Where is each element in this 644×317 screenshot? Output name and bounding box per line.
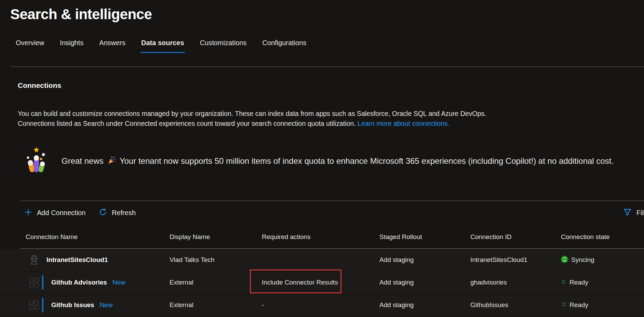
tab-customizations[interactable]: Customizations bbox=[199, 38, 247, 53]
syncing-badge-icon bbox=[561, 256, 568, 264]
new-badge: New bbox=[112, 279, 125, 286]
new-indicator-bar bbox=[42, 275, 43, 290]
connector-icon bbox=[29, 277, 40, 288]
page-title: Search & intelligence bbox=[10, 6, 152, 23]
connection-name-cell: Github Issues New bbox=[26, 294, 170, 316]
new-badge: New bbox=[100, 301, 113, 309]
filter-button[interactable]: Filter bbox=[623, 205, 644, 220]
connector-icon bbox=[29, 300, 40, 311]
column-connection-state[interactable]: Connection state bbox=[561, 233, 644, 241]
plus-icon bbox=[24, 208, 32, 218]
search-intelligence-page: { "page": { "title": "Search & intellige… bbox=[0, 0, 644, 317]
tab-data-sources[interactable]: Data sources bbox=[140, 38, 185, 53]
display-name: External bbox=[170, 301, 262, 309]
connection-id: GithubIssues bbox=[470, 301, 561, 309]
required-actions-cell bbox=[262, 249, 379, 271]
add-connection-label: Add Connection bbox=[37, 209, 85, 217]
connection-id: ghadvisories bbox=[470, 279, 561, 286]
include-connector-results-link[interactable]: Include Connector Results bbox=[262, 279, 338, 286]
connection-name: Github Advisories bbox=[51, 279, 107, 286]
tab-insights[interactable]: Insights bbox=[59, 38, 84, 53]
required-action: - bbox=[262, 301, 264, 309]
connection-name: Github Issues bbox=[51, 301, 94, 309]
new-indicator-bar bbox=[42, 298, 43, 312]
add-connection-button[interactable]: Add Connection bbox=[24, 205, 85, 220]
party-popper-icon bbox=[107, 156, 116, 167]
banner-text-prefix: Great news bbox=[62, 156, 104, 166]
column-staged-rollout[interactable]: Staged Rollout bbox=[379, 233, 470, 241]
table-header: Connection Name Display Name Required ac… bbox=[0, 226, 644, 248]
connection-state: Ready bbox=[569, 301, 588, 309]
toolbar-divider bbox=[20, 200, 644, 201]
tab-configurations[interactable]: Configurations bbox=[261, 38, 307, 53]
connection-id: IntranetSitesCloud1 bbox=[470, 256, 561, 264]
learn-more-link[interactable]: Learn more about connections. bbox=[358, 120, 450, 127]
ready-sync-icon bbox=[561, 279, 566, 286]
connections-table: IntranetSitesCloud1 Vlad Talks Tech Add … bbox=[0, 249, 644, 317]
description-line1: You can build and customize connections … bbox=[18, 110, 486, 117]
pivot-tabs: Overview Insights Answers Data sources C… bbox=[15, 38, 307, 53]
connection-name-cell: IntranetSitesCloud1 bbox=[26, 249, 170, 271]
connection-state-cell: Ready bbox=[561, 279, 644, 286]
row-intranetsitescloud1[interactable]: IntranetSitesCloud1 Vlad Talks Tech Add … bbox=[0, 249, 644, 271]
required-actions-cell: - bbox=[262, 294, 379, 316]
refresh-label: Refresh bbox=[112, 209, 136, 217]
add-staging-link[interactable]: Add staging bbox=[379, 256, 470, 264]
column-display-name[interactable]: Display Name bbox=[170, 233, 262, 241]
celebration-icon bbox=[26, 146, 47, 176]
add-staging-link[interactable]: Add staging bbox=[379, 301, 470, 309]
tab-answers[interactable]: Answers bbox=[98, 38, 126, 53]
tab-overview[interactable]: Overview bbox=[15, 38, 45, 53]
connection-state-cell: Ready bbox=[561, 301, 644, 309]
column-required-actions[interactable]: Required actions bbox=[262, 233, 379, 241]
quota-news-banner: Great news Your tenant now supports 50 m… bbox=[26, 146, 614, 176]
column-connection-id[interactable]: Connection ID bbox=[470, 233, 561, 241]
column-connection-name[interactable]: Connection Name bbox=[26, 233, 170, 241]
display-name: External bbox=[170, 279, 262, 286]
connection-name: IntranetSitesCloud1 bbox=[46, 256, 108, 264]
display-name: Vlad Talks Tech bbox=[170, 256, 262, 264]
connection-name-cell: Github Advisories New bbox=[26, 272, 170, 293]
refresh-button[interactable]: Refresh bbox=[98, 205, 136, 220]
command-bar: Add Connection Refresh Filter bbox=[0, 205, 644, 220]
connection-state: Ready bbox=[569, 279, 588, 286]
banner-text: Great news Your tenant now supports 50 m… bbox=[62, 156, 614, 167]
ready-sync-icon bbox=[561, 302, 566, 308]
filter-icon bbox=[623, 208, 632, 218]
refresh-icon bbox=[98, 208, 107, 218]
globe-icon bbox=[29, 254, 40, 266]
connections-heading: Connections bbox=[18, 81, 61, 90]
description-line2: Connections listed as Search under Conne… bbox=[18, 120, 356, 127]
tabs-divider bbox=[10, 66, 644, 67]
add-staging-link[interactable]: Add staging bbox=[379, 279, 470, 286]
banner-text-suffix: Your tenant now supports 50 million item… bbox=[120, 156, 614, 166]
row-github-issues[interactable]: Github Issues New External - Add staging… bbox=[0, 294, 644, 316]
connection-state-cell: Syncing bbox=[561, 256, 644, 264]
required-actions-cell: Include Connector Results bbox=[262, 272, 379, 293]
row-github-advisories[interactable]: Github Advisories New External Include C… bbox=[0, 272, 644, 293]
connections-description: You can build and customize connections … bbox=[18, 109, 486, 129]
connection-state: Syncing bbox=[571, 256, 594, 264]
filter-label: Filter bbox=[636, 209, 644, 217]
